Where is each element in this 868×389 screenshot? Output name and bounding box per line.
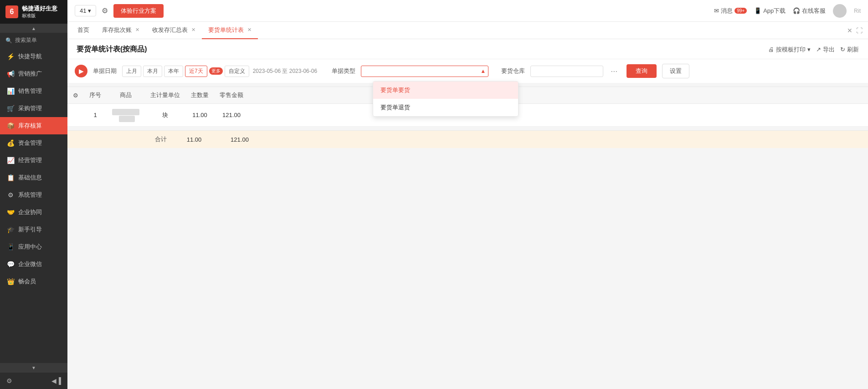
date-btn-7days[interactable]: 近7天: [185, 66, 207, 77]
refresh-icon: ↻: [840, 46, 845, 53]
app-download-label: App下载: [763, 7, 786, 15]
page-header-actions: 🖨 按模板打印 ▾ ↗ 导出 ↻ 刷新: [768, 46, 859, 54]
member-icon: 👑: [6, 278, 15, 285]
query-button[interactable]: 查询: [627, 64, 657, 78]
dropdown-item-order-return[interactable]: 要货单退货: [373, 99, 518, 116]
sidebar-item-label: 新手引导: [18, 225, 42, 234]
print-icon: 🖨: [768, 46, 774, 53]
header-right: ✉ 消息 99+ 📱 App下载 🎧 在线客服 Rit: [714, 4, 861, 18]
tab-order-stats[interactable]: 要货单统计表 ✕: [202, 22, 258, 39]
col-amount: 零售金额: [214, 87, 249, 104]
export-btn[interactable]: ↗ 导出: [816, 46, 835, 54]
sidebar-item-label: 销售管理: [18, 87, 42, 95]
service-icon: 🎧: [793, 7, 800, 14]
top-header: 41 ▾ ⚙ 体验行业方案 ✉ 消息 99+ 📱 App下载 🎧 在线客服 Ri…: [67, 0, 868, 22]
sidebar-scroll-down[interactable]: ▼: [0, 363, 67, 372]
sidebar-item-search[interactable]: 🔍 搜索菜单: [0, 33, 67, 48]
sidebar-item-member[interactable]: 👑 畅会员: [0, 273, 67, 290]
print-btn[interactable]: 🖨 按模板打印 ▾: [768, 46, 811, 54]
messages-label: 消息: [721, 7, 733, 15]
date-custom-btn[interactable]: 自定义: [225, 66, 249, 77]
apps-icon: 📱: [6, 243, 15, 251]
print-dropdown-icon: ▾: [807, 46, 811, 53]
warehouse-input[interactable]: [530, 66, 603, 77]
sidebar-item-system[interactable]: ⚙ 系统管理: [0, 186, 67, 204]
date-btn-this-year[interactable]: 本年: [164, 66, 183, 77]
quick-nav-icon: ⚡: [6, 53, 15, 60]
sidebar-item-wechat[interactable]: 💬 企业微信: [0, 256, 67, 273]
sidebar-item-purchase[interactable]: 🛒 采购管理: [0, 100, 67, 117]
sidebar-item-label: 系统管理: [18, 191, 42, 199]
tab-label: 收发存汇总表: [152, 26, 188, 34]
date-btn-this-month[interactable]: 本月: [143, 66, 162, 77]
messages-badge: 99+: [734, 8, 747, 14]
tab-close-icon[interactable]: ✕: [135, 27, 139, 33]
sidebar-item-finance[interactable]: 💰 资金管理: [0, 134, 67, 152]
service-label: 在线客服: [802, 7, 826, 15]
sidebar-item-label: 企业微信: [18, 260, 42, 268]
sidebar-footer: ⚙ ◀▐: [0, 372, 67, 389]
download-icon: 📱: [754, 7, 761, 14]
sidebar-item-apps[interactable]: 📱 应用中心: [0, 238, 67, 256]
row-no: 1: [84, 104, 107, 127]
sidebar-item-label: 应用中心: [18, 243, 42, 251]
tab-stock-summary[interactable]: 收发存汇总表 ✕: [146, 22, 202, 39]
avatar[interactable]: [833, 4, 847, 18]
sidebar-item-sales[interactable]: 📊 销售管理: [0, 82, 67, 100]
sidebar-item-collab[interactable]: 🤝 企业协同: [0, 204, 67, 221]
logo-icon: 6: [5, 5, 18, 18]
company-selector[interactable]: 41 ▾: [75, 5, 96, 16]
collapse-icon[interactable]: ◀▐: [51, 377, 61, 384]
dropdown-item-order-goods[interactable]: 要货单要货: [373, 82, 518, 99]
sidebar-item-label: 企业协同: [18, 208, 42, 216]
row-qty: 11.00: [185, 104, 214, 127]
tab-label: 库存批次账: [102, 26, 132, 34]
tab-home[interactable]: 首页: [71, 22, 96, 39]
messages-btn[interactable]: ✉ 消息 99+: [714, 7, 747, 15]
filter-expand-btn[interactable]: ▶: [75, 65, 87, 77]
type-dropdown-icon[interactable]: ▲: [480, 68, 486, 74]
sidebar-search-label: 搜索菜单: [15, 36, 37, 44]
row-settings: [67, 104, 84, 127]
refresh-btn[interactable]: ↻ 刷新: [840, 46, 859, 54]
date-range-text: 2023-05-06 至 2023-06-06: [253, 67, 317, 75]
sidebar-item-operation[interactable]: 📈 经营管理: [0, 152, 67, 169]
service-btn[interactable]: 🎧 在线客服: [793, 7, 826, 15]
product-blur-2: [119, 116, 135, 122]
sidebar-item-newbie[interactable]: 🎓 新手引导: [0, 221, 67, 238]
tab-label: 首页: [77, 26, 89, 34]
product-blur-1: [112, 109, 139, 115]
footer-amount: 121.00: [221, 136, 258, 143]
tab-close-all-icon[interactable]: ✕: [847, 27, 853, 34]
sidebar-item-label: 畅会员: [18, 277, 36, 286]
sidebar-scroll-up[interactable]: ▲: [0, 24, 67, 33]
marketing-icon: 📢: [6, 70, 15, 77]
trial-button[interactable]: 体验行业方案: [113, 4, 164, 18]
date-btn-last-month[interactable]: 上月: [122, 66, 141, 77]
col-unit: 主计量单位: [145, 87, 185, 104]
filter-more-icon[interactable]: ···: [611, 67, 617, 76]
sidebar-item-inventory[interactable]: 📦 库存核算: [0, 117, 67, 134]
sidebar-item-label: 基础信息: [18, 174, 42, 182]
sidebar-item-quick-nav[interactable]: ⚡ 快捷导航: [0, 48, 67, 65]
purchase-icon: 🛒: [6, 105, 15, 112]
tab-close-icon[interactable]: ✕: [191, 27, 195, 33]
dropdown-item-label: 要货单要货: [380, 87, 410, 93]
tab-expand-icon[interactable]: ⛶: [856, 27, 863, 34]
col-settings[interactable]: ⚙: [67, 87, 84, 104]
col-product: 商品: [107, 87, 145, 104]
print-label: 按模板打印: [776, 46, 806, 54]
tab-inventory-batch[interactable]: 库存批次账 ✕: [96, 22, 146, 39]
app-download-btn[interactable]: 📱 App下载: [754, 7, 786, 15]
setup-button[interactable]: 设置: [662, 64, 689, 78]
sidebar-item-marketing[interactable]: 📢 营销推广: [0, 65, 67, 82]
date-more-badge[interactable]: 更多: [209, 67, 223, 75]
header-gear-icon[interactable]: ⚙: [102, 6, 108, 15]
type-input[interactable]: [361, 66, 488, 77]
type-dropdown: 要货单要货 要货单退货: [373, 81, 519, 117]
row-amount: 121.00: [214, 104, 249, 127]
sidebar-item-basic[interactable]: 📋 基础信息: [0, 169, 67, 186]
company-value: 41: [80, 7, 86, 14]
tab-close-icon[interactable]: ✕: [247, 27, 252, 33]
settings-icon[interactable]: ⚙: [6, 377, 12, 384]
